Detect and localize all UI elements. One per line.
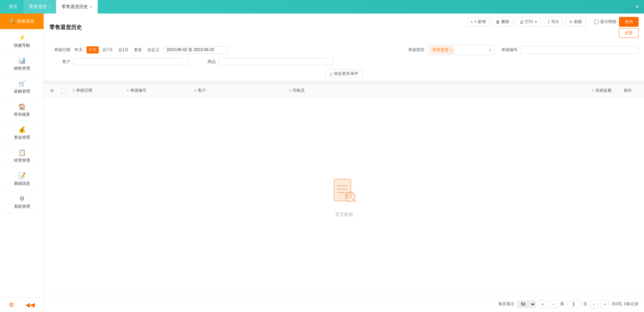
- sidebar-item-sales-mgmt[interactable]: 📊 销售管理: [0, 52, 44, 75]
- sidebar-item-label: 快捷导航: [14, 43, 30, 48]
- th-settings[interactable]: ⚙: [47, 88, 57, 93]
- query-settings-group: 查询 设置: [619, 17, 639, 38]
- delete-button[interactable]: 🗑 删除: [492, 17, 513, 27]
- collapse-label: 收起更多条件: [334, 71, 358, 76]
- next-page-button[interactable]: ›: [590, 300, 598, 308]
- goods-input[interactable]: [221, 59, 324, 64]
- per-page-select[interactable]: 50 10 20 100: [517, 300, 536, 308]
- first-page-button[interactable]: «: [539, 300, 547, 308]
- filter-area: 单据日期 昨天 今天 近7天 近1月 更多 自定义 单据类型: [49, 41, 639, 81]
- total-label: 共0页, 0条记录: [612, 301, 639, 307]
- type-filter-select[interactable]: 零售退货 × ∨: [427, 45, 495, 55]
- sidebar-item-quick-nav[interactable]: ⚡ 快捷导航: [0, 29, 44, 52]
- sidebar-search-label: 搜索菜单: [17, 18, 34, 24]
- shortcut-custom[interactable]: 自定义: [146, 46, 161, 53]
- add-button[interactable]: + + 新增: [467, 17, 490, 27]
- show-detail-checkbox-group[interactable]: 显示明细: [594, 19, 616, 25]
- doc-number-filter-label: 单据编号: [500, 47, 520, 53]
- sidebar-item-label: 销售管理: [14, 66, 30, 71]
- th-sn[interactable]: ⇅ 单据编号: [124, 88, 191, 93]
- quick-nav-icon: ⚡: [18, 34, 26, 41]
- empty-state: 暂无数据: [44, 97, 644, 296]
- sidebar-item-system[interactable]: ⚙ 系统管理: [0, 190, 44, 213]
- show-detail-checkbox[interactable]: [594, 20, 599, 24]
- type-tag-close[interactable]: ×: [450, 48, 452, 52]
- page-number-input[interactable]: [567, 301, 580, 308]
- sort-icon-amount: ⇅: [592, 89, 594, 92]
- th-guide[interactable]: ⇅ 导购员: [286, 88, 340, 93]
- sidebar-item-purchase-mgmt[interactable]: 🛒 采购管理: [0, 75, 44, 98]
- refresh-button[interactable]: ↻ 刷新: [566, 17, 586, 27]
- tab-retail-return-close[interactable]: ×: [49, 5, 51, 9]
- tab-home-label: 首页: [9, 4, 18, 10]
- sidebar-item-label: 经营管理: [14, 158, 30, 163]
- goods-ellipsis[interactable]: ...: [324, 59, 330, 64]
- sidebar-item-basic-info[interactable]: 📝 基础信息: [0, 167, 44, 190]
- sidebar-item-label: 基础信息: [14, 181, 30, 186]
- shortcut-7days[interactable]: 近7天: [101, 46, 115, 53]
- customer-ellipsis[interactable]: ...: [179, 59, 185, 64]
- sidebar-item-label: 资金管理: [14, 135, 30, 140]
- collapse-button[interactable]: △ 收起更多条件: [325, 69, 363, 78]
- sort-icon-sn: ⇅: [126, 89, 129, 92]
- toolbar-buttons: + + 新增 🗑 删除 🖨 打印 ▼ ⤴: [467, 17, 616, 27]
- shortcut-yesterday[interactable]: 昨天: [73, 46, 85, 53]
- th-customer[interactable]: ⇅ 客户: [191, 88, 286, 93]
- pagination-bar: 每页显示 50 10 20 100 « ‹ 第 页 ›: [44, 296, 644, 312]
- last-page-button[interactable]: »: [601, 300, 609, 308]
- refresh-label: 刷新: [574, 19, 582, 25]
- customer-filter-label: 客户: [49, 59, 73, 65]
- sidebar-item-operation[interactable]: 📋 经营管理: [0, 144, 44, 167]
- sidebar: 🔍 搜索菜单 ⚡ 快捷导航 📊 销售管理 🛒 采购管理 🏠 库存核算 💰 资金管…: [0, 14, 44, 312]
- sidebar-search[interactable]: 🔍 搜索菜单: [0, 14, 44, 29]
- next-page-icon: ›: [593, 302, 595, 307]
- print-button[interactable]: 🖨 打印 ▼: [516, 17, 541, 27]
- add-icon: +: [471, 20, 473, 24]
- sort-icon-customer: ⇅: [194, 89, 197, 92]
- th-action: 操作: [614, 88, 641, 93]
- customer-input[interactable]: [76, 59, 179, 64]
- settings-bottom-icon[interactable]: ⚙: [9, 301, 14, 309]
- tab-retail-return-history[interactable]: 零售退货历史 ×: [56, 0, 97, 14]
- filter-row-2: 客户 ... 商品 ...: [49, 58, 639, 65]
- th-amount[interactable]: ⇅ 实销金额: [340, 88, 614, 93]
- date-range-input[interactable]: [163, 46, 228, 54]
- shortcut-more[interactable]: 更多: [132, 46, 144, 53]
- sort-icon-guide: ⇅: [289, 89, 291, 92]
- filter-settings-button[interactable]: 设置: [619, 28, 639, 38]
- query-label: 查询: [625, 19, 633, 25]
- tab-home[interactable]: 首页: [3, 0, 23, 14]
- window-close-button[interactable]: ×: [630, 0, 644, 14]
- empty-icon: [327, 176, 361, 206]
- th-checkbox[interactable]: [57, 88, 70, 93]
- main-content: 零售退货历史 + + 新增 🗑 删除 🖨 打印: [44, 14, 644, 312]
- settings-gear-icon[interactable]: ⚙: [50, 88, 54, 93]
- export-button[interactable]: ⤴ 导出: [544, 17, 563, 27]
- toolbar-divider: [590, 20, 590, 24]
- audio-bottom-icon[interactable]: ◀◀: [25, 301, 35, 309]
- tab-retail-return-label: 零售退货: [29, 4, 47, 10]
- date-filter-label: 单据日期: [49, 47, 73, 53]
- settings-label: 设置: [625, 30, 633, 36]
- shortcut-today[interactable]: 今天: [87, 46, 99, 53]
- doc-number-input[interactable]: [520, 46, 639, 54]
- print-dropdown-icon: ▼: [534, 20, 538, 24]
- shortcut-1month[interactable]: 近1月: [117, 46, 130, 53]
- print-label: 打印: [525, 19, 533, 25]
- sidebar-item-inventory[interactable]: 🏠 库存核算: [0, 98, 44, 121]
- sidebar-item-finance[interactable]: 💰 资金管理: [0, 121, 44, 144]
- tab-retail-return-history-close[interactable]: ×: [90, 5, 92, 9]
- search-icon: 🔍: [9, 19, 15, 24]
- export-icon: ⤴: [548, 20, 550, 24]
- query-button[interactable]: 查询: [619, 17, 639, 27]
- th-date[interactable]: ⇅ 单据日期: [70, 88, 124, 93]
- goods-filter-label: 商品: [195, 59, 218, 65]
- tab-retail-return-history-label: 零售退货历史: [62, 4, 88, 10]
- prev-page-button[interactable]: ‹: [549, 300, 557, 308]
- type-tag-label: 零售退货: [432, 47, 449, 53]
- type-filter-label: 单据类型: [407, 47, 427, 53]
- sidebar-bottom: ⚙ ◀◀: [0, 297, 44, 312]
- tab-retail-return[interactable]: 零售退货 ×: [24, 0, 56, 14]
- table-container: ⚙ ⇅ 单据日期 ⇅ 单据编号 ⇅ 客户 ⇅: [44, 84, 644, 312]
- select-all-checkbox[interactable]: [61, 88, 66, 93]
